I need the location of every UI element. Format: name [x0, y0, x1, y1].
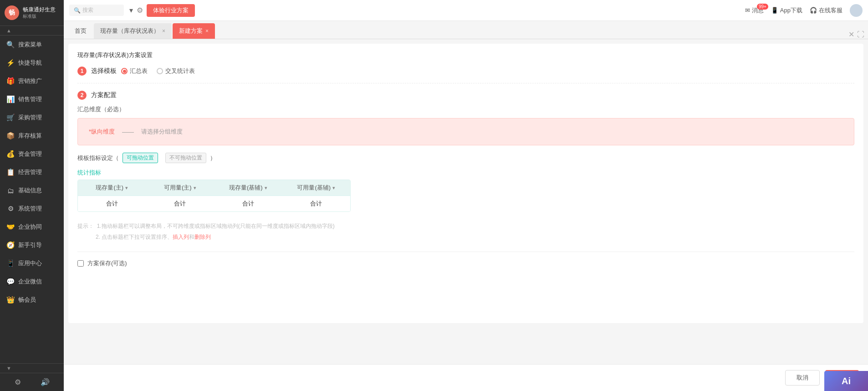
cancel-button[interactable]: 取消: [785, 370, 820, 386]
trial-button[interactable]: 体验行业方案: [147, 4, 195, 17]
sidebar-item-operations[interactable]: 📋 经营管理: [0, 163, 64, 181]
radio-cross[interactable]: 交叉统计表: [157, 67, 195, 75]
topbar: 🔍 搜索 ▾ ⚙ 体验行业方案 ✉ 消息 99+ 📱 App下载 🎧 在线客服: [64, 0, 868, 21]
stats-body-col-4: 合计: [282, 196, 351, 211]
search-placeholder: 搜索: [82, 6, 93, 14]
dimension-line: ——: [122, 129, 134, 135]
tab-home[interactable]: 首页: [68, 23, 93, 39]
stats-header-label-1: 现存量(主): [96, 184, 123, 192]
sidebar-bottom: ⚙ 🔊: [0, 373, 64, 391]
sidebar-item-new-guide[interactable]: 🧭 新手引导: [0, 236, 64, 254]
sidebar-item-label: 销售管理: [18, 95, 42, 103]
dimension-area[interactable]: *纵向维度 —— 请选择分组维度: [77, 118, 854, 145]
close-panel-icon[interactable]: ✕: [848, 30, 854, 39]
settings-gear-icon[interactable]: ⚙: [137, 6, 143, 15]
sidebar-item-search-menu[interactable]: 🔍 搜索菜单: [0, 36, 64, 54]
stats-body-row: 合计 合计 合计 合计: [78, 196, 350, 211]
tip-highlight: 插入列: [173, 234, 189, 240]
tab-inventory-close-icon[interactable]: ×: [162, 28, 165, 34]
sidebar-item-label: 快捷导航: [18, 59, 42, 67]
tabbar: 首页 现存量（库存状况表） × 新建方案 × ✕ ⛶: [64, 21, 868, 39]
stats-col-3: 现存量(基辅) ▾: [214, 180, 282, 196]
online-service-link[interactable]: 🎧 在线客服: [810, 6, 842, 15]
stats-header-label-4: 可用量(基辅): [297, 184, 331, 192]
app-download-label: App下载: [780, 6, 802, 15]
search-box[interactable]: 🔍 搜索: [69, 5, 124, 16]
radio-cross-label: 交叉统计表: [165, 67, 195, 75]
dimension-required-text: *纵向维度: [89, 128, 115, 136]
app-download-link[interactable]: 📱 App下载: [771, 6, 802, 15]
stats-body-col-3: 合计: [214, 196, 282, 211]
stats-header-cell-1[interactable]: 现存量(主) ▾: [78, 180, 146, 196]
stats-header-cell-3[interactable]: 现存量(基辅) ▾: [214, 180, 282, 196]
sidebar-item-sales[interactable]: 📊 销售管理: [0, 90, 64, 108]
tab-inventory-status[interactable]: 现存量（库存状况表） ×: [94, 23, 172, 39]
sidebar-item-quick-nav[interactable]: ⚡ 快捷导航: [0, 54, 64, 72]
sidebar-item-marketing[interactable]: 🎁 营销推广: [0, 72, 64, 90]
stats-body-cell-2: 合计: [146, 196, 214, 211]
sidebar-item-wechat[interactable]: 💬 企业微信: [0, 273, 64, 291]
stats-col-1: 现存量(主) ▾: [78, 180, 146, 196]
speaker-icon[interactable]: 🔊: [41, 378, 50, 386]
service-icon: 🎧: [810, 7, 817, 14]
stats-body-label-3: 合计: [242, 200, 254, 208]
sidebar-item-label: 新手引导: [18, 241, 42, 249]
stats-header-cell-2[interactable]: 可用量(主) ▾: [146, 180, 214, 196]
user-avatar[interactable]: [850, 4, 863, 17]
template-options: 汇总表 交叉统计表: [121, 67, 195, 75]
sidebar-item-label: 采购管理: [18, 113, 42, 122]
tab-new-scheme-close-icon[interactable]: ×: [205, 28, 209, 34]
panel-title: 现存量(库存状况表)方案设置: [77, 51, 854, 59]
sidebar-item-app-center[interactable]: 📱 应用中心: [0, 254, 64, 273]
stats-table: 现存量(主) ▾ 可用量(主) ▾ 现存量(基辅) ▾: [77, 180, 351, 212]
tips-section: 提示： 1.拖动标题栏可以调整布局，不可跨维度或指标区域拖动列(只能在同一维度或…: [77, 221, 854, 242]
sidebar-item-basic-info[interactable]: 🗂 基础信息: [0, 181, 64, 200]
settings-bottom-icon[interactable]: ⚙: [15, 378, 21, 386]
messages-count: 99+: [757, 4, 768, 10]
sidebar-item-label: 搜索菜单: [18, 41, 42, 49]
sidebar: 畅 畅康通好生意 标准版 ▲ 🔍 搜索菜单 ⚡ 快捷导航 🎁 营销推广 📊 销售…: [0, 0, 64, 391]
sidebar-item-label: 营销推广: [18, 77, 42, 85]
divider1: [77, 83, 854, 83]
stats-header-cell-4[interactable]: 可用量(基辅) ▾: [282, 180, 351, 196]
sidebar-item-finance[interactable]: 💰 资金管理: [0, 145, 64, 163]
sidebar-item-label: 库存核算: [18, 132, 42, 140]
message-icon: ✉: [745, 7, 750, 14]
stats-header-label-2: 可用量(主): [164, 184, 192, 192]
dimension-config-label: 汇总维度（必选）: [77, 105, 854, 113]
dimension-placeholder: 请选择分组维度: [141, 128, 183, 136]
indicator-settings-end: ）: [210, 154, 216, 162]
crown-icon: 👑: [6, 296, 15, 304]
ai-badge[interactable]: Ai: [824, 371, 868, 391]
sidebar-item-enterprise[interactable]: 🤝 企业协同: [0, 218, 64, 236]
tip-highlight-2: 删除列: [194, 234, 211, 240]
content-area: 现存量(库存状况表)方案设置 1 选择模板 汇总表 交叉统计表: [64, 39, 868, 364]
messages-badge[interactable]: ✉ 消息 99+: [745, 6, 764, 15]
gear-icon: ⚙: [6, 205, 15, 213]
tab-inventory-label: 现存量（库存状况表）: [100, 27, 159, 35]
tab-new-scheme[interactable]: 新建方案 ×: [173, 23, 215, 39]
sidebar-item-label: 基础信息: [18, 186, 42, 195]
search-icon: 🔍: [74, 7, 81, 14]
sidebar-item-system[interactable]: ⚙ 系统管理: [0, 200, 64, 218]
action-bar: 取消 查询: [64, 364, 868, 391]
sidebar-item-vip[interactable]: 👑 畅会员: [0, 291, 64, 309]
box-icon: 📦: [6, 132, 15, 140]
chevron-down-icon-3: ▾: [265, 185, 267, 191]
save-label: 方案保存(可选): [87, 259, 127, 268]
indicator-settings-text: 模板指标设定（: [77, 154, 119, 162]
dropdown-arrow-icon[interactable]: ▾: [129, 6, 133, 15]
chat-icon: 💬: [6, 278, 15, 286]
stats-body-cell-1: 合计: [78, 196, 146, 211]
stats-body-col-1: 合计: [78, 196, 146, 211]
sidebar-item-inventory[interactable]: 📦 库存核算: [0, 127, 64, 145]
expand-panel-icon[interactable]: ⛶: [857, 31, 864, 39]
radio-summary[interactable]: 汇总表: [121, 67, 148, 75]
sidebar-item-label: 经营管理: [18, 168, 42, 176]
tab-home-label: 首页: [75, 27, 87, 35]
avatar-image: [850, 4, 863, 17]
sidebar-item-purchase[interactable]: 🛒 采购管理: [0, 108, 64, 127]
app-name: 畅康通好生意: [23, 6, 56, 14]
stats-header-row: 现存量(主) ▾ 可用量(主) ▾ 现存量(基辅) ▾: [78, 180, 350, 196]
save-checkbox[interactable]: [77, 260, 84, 267]
